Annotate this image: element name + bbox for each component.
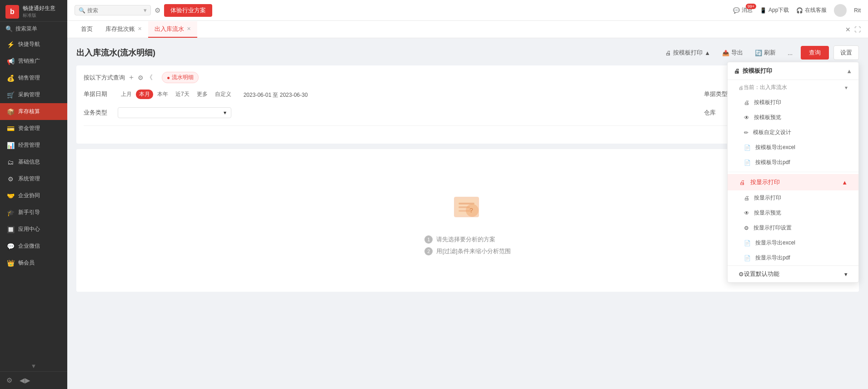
tab-stock-flow[interactable]: 出入库流水 ✕ [148,21,197,38]
display-excel-icon: 📄 [744,240,751,246]
export-button[interactable]: 📤 导出 [718,47,747,59]
template-print-button[interactable]: 🖨 按模板打印 ▲ [662,47,714,59]
dropdown-header: 🖨 按模板打印 ▲ [728,62,858,80]
basics-icon: 🗂 [6,159,15,166]
dropdown-display-preview[interactable]: 👁 按显示预览 [728,205,858,220]
display-preview-icon: 👁 [744,210,749,216]
logo-text: 畅捷通好生意 标准版 [23,5,55,19]
system-icon: ⚙ [6,175,15,183]
wechat-icon: 💬 [6,243,15,250]
service-icon: 🎧 [796,7,803,14]
topbar: 🔍 ▾ ⚙ 体验行业方案 💬 消息 99+ 📱 App下载 🎧 在线客服 Ri [67,0,868,21]
topbar-dropdown-icon[interactable]: ▾ [144,7,147,14]
dropdown-template-export-pdf[interactable]: 📄 按模板导出pdf [728,155,858,170]
date-btn-more[interactable]: 更多 [194,90,211,99]
template-preview-icon: 👁 [744,115,749,121]
sidebar-item-system[interactable]: ⚙ 系统管理 [0,170,67,187]
dropdown-display-excel[interactable]: 📄 按显示导出excel [728,235,858,250]
sidebar-item-finance[interactable]: 💳 资金管理 [0,120,67,137]
sidebar-item-basics[interactable]: 🗂 基础信息 [0,154,67,170]
add-condition-btn[interactable]: ＋ [128,73,135,82]
dropdown-template-design[interactable]: ✏ 模板自定义设计 [728,125,858,140]
template-pdf-icon: 📄 [744,160,751,166]
more-button[interactable]: ... [784,48,796,58]
business-type-select[interactable]: ▾ [118,107,231,118]
template-design-icon: ✏ [744,130,748,136]
tab-close-window[interactable]: ✕ [845,26,851,33]
tab-stock-flow-close[interactable]: ✕ [187,26,191,32]
sidebar-item-apps[interactable]: 🔲 应用中心 [0,221,67,238]
refresh-button[interactable]: 🔄 刷新 [751,47,779,59]
sidebar-item-sales[interactable]: 💰 销售管理 [0,70,67,86]
sidebar: b 畅捷通好生意 标准版 🔍 搜索菜单 ⚡ 快捷导航 📢 营销推广 💰 销售管理… [0,0,67,389]
sidebar-nav: ⚡ 快捷导航 📢 营销推广 💰 销售管理 🛒 采购管理 📦 库存核算 💳 资金管… [0,36,67,361]
quick-nav-icon: ⚡ [6,41,15,48]
dropdown-template-export-excel[interactable]: 📄 按模板导出excel [728,140,858,155]
empty-step-1: 1 请先选择要分析的方案 [424,235,510,244]
user-avatar[interactable] [834,4,847,17]
collapse-sidebar-icon[interactable]: ◀▶ [20,376,30,384]
member-icon: 👑 [6,259,15,267]
tab-inventory-batch[interactable]: 库存批次账 ✕ [99,21,148,38]
sidebar-item-purchase[interactable]: 🛒 采购管理 [0,86,67,103]
date-btn-this-year[interactable]: 本年 [154,90,171,99]
filter-tag-flow-detail[interactable]: ● 流水明细 [162,72,199,83]
dropdown-display-print-header[interactable]: 🖨 按显示打印 ▲ [728,174,858,190]
print-icon: 🖨 [665,50,671,56]
template-excel-icon: 📄 [744,145,751,151]
settings-bottom-icon[interactable]: ⚙ [6,376,12,384]
display-print-collapse[interactable]: ▲ [842,179,848,186]
dropdown-set-default[interactable]: ⚙ 设置默认功能 ▾ [728,265,858,282]
print-dropdown-panel: 🖨 按模板打印 ▲ 🖨 当前：出入库流水 ▾ 🖨 按模板打印 [727,62,859,283]
export-icon: 📤 [722,50,729,56]
topbar-search-input[interactable] [87,7,142,14]
display-pdf-icon: 📄 [744,255,751,261]
date-btn-last-month[interactable]: 上月 [118,90,135,99]
display-print-icon: 🖨 [744,195,749,201]
message-btn[interactable]: 💬 消息 99+ [733,6,753,14]
marketing-icon: 📢 [6,58,15,65]
current-icon: 🖨 [738,85,743,90]
sidebar-item-cooperation[interactable]: 🤝 企业协同 [0,187,67,204]
tab-home[interactable]: 首页 [75,21,99,38]
sidebar-item-search[interactable]: 🔍 搜索菜单 [0,22,67,36]
tab-maximize[interactable]: ⛶ [854,26,861,33]
dropdown-display-pdf[interactable]: 📄 按显示导出pdf [728,250,858,265]
solution-button[interactable]: 体验行业方案 [164,4,212,17]
topbar-gear-icon[interactable]: ⚙ [155,6,160,15]
online-service-btn[interactable]: 🎧 在线客服 [796,6,827,14]
dropdown-collapse-icon[interactable]: ▲ [846,68,852,75]
sidebar-item-marketing[interactable]: 📢 营销推广 [0,53,67,70]
print-dropdown-arrow[interactable]: ▲ [704,50,710,56]
sidebar-item-wechat[interactable]: 💬 企业微信 [0,238,67,254]
sidebar-item-quick-nav[interactable]: ⚡ 快捷导航 [0,36,67,53]
date-btn-7days[interactable]: 近7天 [172,90,193,99]
empty-steps: 1 请先选择要分析的方案 2 用[过滤]条件来缩小分析范围 [424,235,510,255]
topbar-search-icon: 🔍 [79,7,85,14]
filter-setting-btn[interactable]: ⚙ [138,74,144,81]
query-button[interactable]: 查询 [801,46,829,60]
dropdown-divider [728,172,858,172]
dropdown-display-print[interactable]: 🖨 按显示打印 [728,190,858,205]
sidebar-item-inventory[interactable]: 📦 库存核算 [0,103,67,120]
sidebar-item-member[interactable]: 👑 畅会员 [0,254,67,271]
tab-inventory-batch-close[interactable]: ✕ [138,26,142,32]
svg-text:?: ? [469,207,473,214]
template-print-icon: 🖨 [744,100,749,106]
sidebar-scroll-down[interactable]: ▼ [0,361,67,371]
date-btn-this-month[interactable]: 本月 [136,90,153,99]
settings-button[interactable]: 设置 [833,45,859,60]
guide-icon: 🎓 [6,209,15,216]
dropdown-header-label: 🖨 按模板打印 [734,67,772,75]
set-default-icon: ⚙ [738,271,744,278]
dropdown-display-settings[interactable]: ⚙ 按显示打印设置 [728,220,858,235]
display-print-section-icon: 🖨 [738,179,746,186]
dropdown-template-print[interactable]: 🖨 按模板打印 [728,95,858,110]
message-icon: 💬 [733,7,740,14]
filter-collapse-left-btn[interactable]: 《 [146,74,153,82]
sidebar-item-guide[interactable]: 🎓 新手引导 [0,204,67,221]
app-download-btn[interactable]: 📱 App下载 [760,6,789,14]
sidebar-item-operations[interactable]: 📊 经营管理 [0,137,67,154]
dropdown-template-preview[interactable]: 👁 按模板预览 [728,110,858,125]
date-btn-custom[interactable]: 自定义 [212,90,234,99]
